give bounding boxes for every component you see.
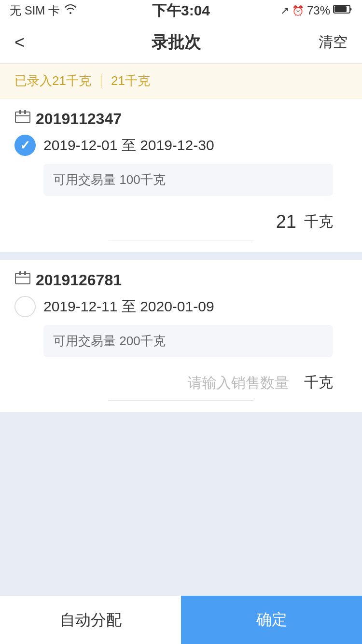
wifi-icon: [64, 4, 77, 17]
svg-rect-7: [19, 271, 21, 275]
status-time: 下午3:04: [152, 1, 210, 21]
info-banner: 已录入21千克 21千克: [0, 64, 362, 98]
svg-rect-8: [24, 271, 26, 275]
clear-button[interactable]: 清空: [309, 32, 348, 52]
svg-rect-1: [334, 6, 347, 12]
page-title: 录批次: [43, 31, 309, 54]
batch-item-1: 2019112347 2019-12-01 至 2019-12-30 可用交易量…: [0, 98, 362, 252]
svg-rect-2: [15, 112, 30, 123]
alarm-icon: ⏰: [292, 5, 304, 16]
location-icon: ↗: [280, 4, 289, 17]
auto-distribute-button[interactable]: 自动分配: [0, 596, 181, 644]
batch1-icon: [14, 110, 31, 128]
battery-text: 73%: [307, 4, 330, 17]
svg-rect-6: [15, 273, 30, 284]
batch1-available: 可用交易量 100千克: [43, 164, 333, 196]
svg-rect-3: [19, 110, 21, 114]
batch2-unit: 千克: [304, 373, 333, 392]
gray-area: [0, 412, 362, 615]
batch2-id: 2019126781: [36, 271, 122, 289]
status-bar: 无 SIM 卡 下午3:04 ↗ ⏰ 73%: [0, 0, 362, 21]
batch-item-2: 2019126781 2019-12-11 至 2020-01-09 可用交易量…: [0, 260, 362, 412]
batch1-date: 2019-12-01 至 2019-12-30: [43, 136, 214, 155]
banner-divider: [101, 74, 101, 88]
recorded-label: 已录入21千克: [14, 72, 91, 89]
batch1-radio[interactable]: [14, 135, 36, 156]
batch1-quantity: 21: [267, 211, 296, 232]
batch1-date-row: 2019-12-01 至 2019-12-30: [14, 135, 348, 156]
batch2-header: 2019126781: [14, 271, 348, 289]
batch1-id: 2019112347: [36, 110, 122, 128]
bottom-bar: 自动分配 确定: [0, 596, 362, 644]
batch1-unit: 千克: [304, 212, 333, 232]
back-button[interactable]: <: [14, 32, 43, 53]
batch2-available: 可用交易量 200千克: [43, 325, 333, 357]
status-right: ↗ ⏰ 73%: [280, 4, 352, 17]
batch2-quantity-input[interactable]: [171, 375, 296, 391]
confirm-button[interactable]: 确定: [181, 596, 362, 644]
section-divider: [0, 252, 362, 260]
nav-bar: < 录批次 清空: [0, 21, 362, 64]
batch2-icon: [14, 271, 31, 289]
batch2-date-row: 2019-12-11 至 2020-01-09: [14, 296, 348, 317]
carrier-text: 无 SIM 卡: [10, 3, 60, 18]
svg-rect-4: [24, 110, 26, 114]
batch1-quantity-row: 21 千克: [14, 204, 348, 240]
batch1-header: 2019112347: [14, 110, 348, 128]
batch2-input-row: 千克: [14, 365, 348, 400]
batch2-radio[interactable]: [14, 296, 36, 317]
status-left: 无 SIM 卡: [10, 3, 77, 18]
recorded-value: 21千克: [111, 72, 150, 89]
batch2-date: 2019-12-11 至 2020-01-09: [43, 297, 214, 317]
battery-icon: [333, 4, 352, 17]
